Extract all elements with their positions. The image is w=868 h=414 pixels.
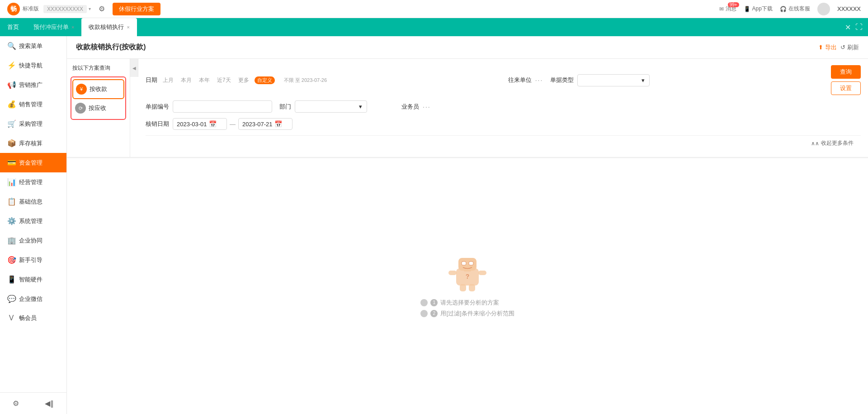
sidebar-item-basic-info[interactable]: 📋 基础信息 <box>0 192 66 211</box>
doc-no-input[interactable] <box>173 100 272 113</box>
chat-icon: 💬 <box>7 295 15 303</box>
date-7-days[interactable]: 近7天 <box>215 76 233 84</box>
sidebar-item-business[interactable]: 📊 经营管理 <box>0 172 66 192</box>
svg-text:?: ? <box>466 273 470 280</box>
logo-icon: 畅 <box>7 3 20 15</box>
date-this-year[interactable]: 本年 <box>197 76 212 84</box>
online-service-button[interactable]: 🎧 在线客服 <box>780 5 810 13</box>
chart-icon: 📊 <box>7 178 15 186</box>
sidebar-item-wechat[interactable]: 💬 企业微信 <box>0 289 66 309</box>
verify-date-to-input[interactable]: 2023-07-21 📅 <box>238 118 292 130</box>
calendar-from-icon[interactable]: 📅 <box>209 120 217 128</box>
partner-label: 往来单位 <box>508 76 532 84</box>
sidebar-settings-button[interactable]: ⚙ <box>10 396 22 410</box>
sidebar-label-hardware: 智能硬件 <box>19 276 42 284</box>
tab-collection[interactable]: 收款核销执行 × <box>81 18 137 36</box>
tab-expand-icon[interactable]: ⛶ <box>855 23 863 31</box>
tab-prepay[interactable]: 预付冲应付单 × <box>26 18 81 36</box>
main-layout: 🔍 搜索菜单 ⚡ 快捷导航 📢 营销推广 💰 销售管理 🛒 采购管理 📦 库存核… <box>0 36 868 414</box>
filter-option-by-receivable[interactable]: ⟳ 按应收 <box>72 99 124 117</box>
export-label: 导出 <box>825 43 837 52</box>
query-button[interactable]: 查询 <box>831 65 861 79</box>
verify-date-filter-item: 核销日期 2023-03-01 📅 — 2023-07-21 📅 <box>146 118 292 130</box>
svg-rect-3 <box>469 262 473 265</box>
sidebar-label-search: 搜索菜单 <box>19 42 42 50</box>
dept-select[interactable]: ▾ <box>295 100 367 113</box>
filter-collapse-button[interactable]: ◀ <box>130 59 138 77</box>
sidebar-label-system: 系统管理 <box>19 217 42 225</box>
tab-collection-close[interactable]: × <box>127 24 129 30</box>
svg-rect-6 <box>460 284 466 291</box>
staff-dots-button[interactable]: ··· <box>423 103 431 110</box>
avatar[interactable] <box>817 3 830 15</box>
verify-date-from-input[interactable]: 2023-03-01 📅 <box>173 118 227 130</box>
tab-bar: 首页 预付冲应付单 × 收款核销执行 × ✕ ⛶ <box>0 18 868 36</box>
date-last-month[interactable]: 上月 <box>161 76 175 84</box>
filter-row-2: 单据编号 部门 ▾ 业务员 ··· <box>146 100 861 113</box>
hint1-text: 请先选择要分析的方案 <box>440 299 499 307</box>
page-header: 收款核销执行(按收款) ⬆ 导出 ↺ 刷新 <box>67 36 868 59</box>
filter-sidebar-title: 按以下方案查询 <box>71 64 126 72</box>
export-icon: ⬆ <box>818 44 823 51</box>
doc-type-filter-item: 单据类型 ▾ <box>550 74 650 86</box>
filter-options-box: ¥ 按收款 ⟳ 按应收 <box>71 76 126 120</box>
solution-button[interactable]: 休假行业方案 <box>113 3 160 15</box>
sidebar-collapse-button[interactable]: ◀‖ <box>42 396 57 410</box>
date-more[interactable]: 更多 <box>236 76 251 84</box>
calendar-to-icon[interactable]: 📅 <box>274 120 282 128</box>
collapse-more-label: 收起更多条件 <box>821 139 854 147</box>
service-label: 在线客服 <box>788 5 810 13</box>
page-title: 收款核销执行(按收款) <box>76 43 146 58</box>
tab-prepay-close[interactable]: × <box>71 24 74 30</box>
sidebar-item-system[interactable]: ⚙️ 系统管理 <box>0 211 66 231</box>
sidebar-item-sales[interactable]: 💰 销售管理 <box>0 95 66 114</box>
date-custom-badge[interactable]: 自定义 <box>255 76 275 84</box>
partner-dots-button[interactable]: ··· <box>535 76 543 84</box>
sidebar-item-finance[interactable]: 💳 资金管理 <box>0 153 66 172</box>
svg-rect-7 <box>469 284 475 291</box>
partner-filter-item: 往来单位 ··· <box>508 76 543 84</box>
sidebar-item-quick-nav[interactable]: ⚡ 快捷导航 <box>0 56 66 75</box>
doc-type-select[interactable]: ▾ <box>577 74 650 86</box>
page-header-actions: ⬆ 导出 ↺ 刷新 <box>818 43 859 58</box>
empty-illustration: ? <box>445 252 490 293</box>
staff-label: 业务员 <box>401 103 419 111</box>
staff-filter-item: 业务员 ··· <box>401 103 431 111</box>
app-download-button[interactable]: 📱 App下载 <box>744 5 773 13</box>
sidebar-label-sales: 销售管理 <box>19 100 42 109</box>
sidebar-label-wechat: 企业微信 <box>19 295 42 303</box>
filter-form: 日期 上月 本月 本年 近7天 更多 自定义 不限 至 2023-07-26 往… <box>138 59 868 157</box>
sidebar-item-inventory[interactable]: 📦 库存核算 <box>0 133 66 153</box>
settings-button[interactable]: 设置 <box>831 81 861 95</box>
filter-row-3: 核销日期 2023-03-01 📅 — 2023-07-21 📅 <box>146 118 861 130</box>
sidebar-item-search[interactable]: 🔍 搜索菜单 <box>0 36 66 56</box>
refresh-icon: ↺ <box>840 44 845 51</box>
date-this-month[interactable]: 本月 <box>179 76 193 84</box>
tab-bar-actions: ✕ ⛶ <box>845 23 868 32</box>
dept-filter-item: 部门 ▾ <box>279 100 367 113</box>
tab-home[interactable]: 首页 <box>0 18 26 36</box>
sidebar-item-purchase[interactable]: 🛒 采购管理 <box>0 114 66 133</box>
message-button[interactable]: ✉ 消息 99+ <box>719 5 736 13</box>
refresh-button[interactable]: ↺ 刷新 <box>840 43 859 52</box>
sidebar-item-enterprise[interactable]: 🏢 企业协同 <box>0 231 66 250</box>
sidebar-item-vip[interactable]: V 畅会员 <box>0 309 66 328</box>
top-bar-left: 畅 标准版 XXXXXXXXXX ▾ ⚙ 休假行业方案 <box>7 3 160 15</box>
sidebar-item-hardware[interactable]: 📱 智能硬件 <box>0 270 66 289</box>
sidebar-item-guide[interactable]: 🎯 新手引导 <box>0 250 66 270</box>
sidebar: 🔍 搜索菜单 ⚡ 快捷导航 📢 营销推广 💰 销售管理 🛒 采购管理 📦 库存核… <box>0 36 67 414</box>
tab-home-label: 首页 <box>7 23 19 31</box>
export-button[interactable]: ⬆ 导出 <box>818 43 837 52</box>
date-no-limit-label: 不限 至 2023-07-26 <box>284 77 327 84</box>
tab-collection-label: 收款核销执行 <box>89 23 124 31</box>
doc-no-filter-item: 单据编号 <box>146 100 272 113</box>
filter-option-by-collection[interactable]: ¥ 按收款 <box>72 79 124 99</box>
dept-label: 部门 <box>279 103 291 111</box>
settings-icon[interactable]: ⚙ <box>95 3 108 15</box>
app-download-label: App下载 <box>752 5 773 13</box>
svg-rect-4 <box>448 271 457 275</box>
sidebar-item-marketing[interactable]: 📢 营销推广 <box>0 75 66 95</box>
tab-close-all-icon[interactable]: ✕ <box>845 23 851 32</box>
headset-icon: 🎧 <box>780 6 787 12</box>
collapse-more-button[interactable]: ∧∧ 收起更多条件 <box>146 135 861 151</box>
